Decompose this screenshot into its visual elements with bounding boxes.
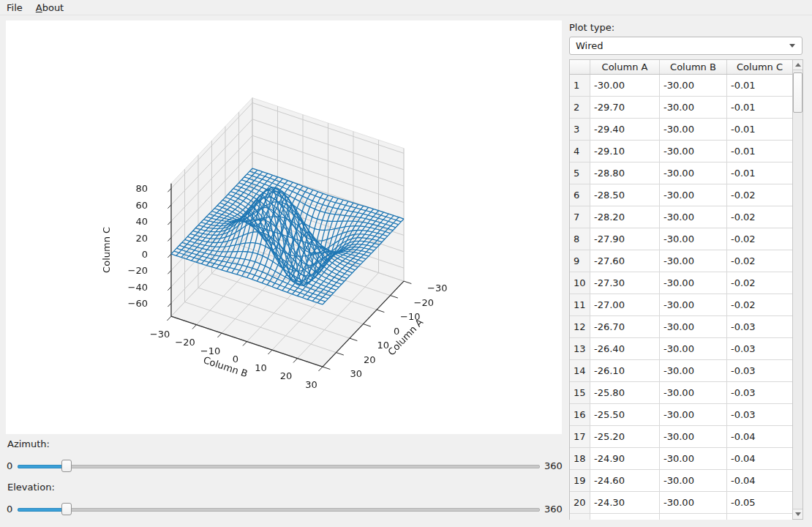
table-cell[interactable]: -0.02: [727, 250, 792, 272]
plot-type-combobox[interactable]: Wired: [569, 37, 802, 55]
table-cell[interactable]: -0.03: [727, 338, 792, 359]
table-cell[interactable]: -26.10: [590, 360, 660, 381]
table-cell[interactable]: -0.01: [727, 97, 792, 118]
row-number-cell[interactable]: 2: [570, 97, 590, 118]
table-cell[interactable]: -30.00: [660, 448, 727, 469]
row-number-cell[interactable]: 14: [570, 360, 590, 381]
table-cell[interactable]: -30.00: [660, 404, 727, 425]
elevation-slider-handle[interactable]: [61, 503, 72, 515]
table-cell[interactable]: -28.50: [590, 184, 660, 206]
azimuth-slider-handle[interactable]: [61, 460, 72, 472]
table-cell[interactable]: -30.00: [660, 119, 727, 140]
table-cell[interactable]: -0.01: [727, 162, 792, 184]
elevation-slider-groove[interactable]: [18, 508, 540, 512]
table-cell[interactable]: -30.00: [660, 184, 727, 206]
table-cell[interactable]: -30.00: [660, 360, 727, 381]
row-number-cell[interactable]: 5: [570, 162, 590, 184]
row-number-cell[interactable]: 6: [570, 184, 590, 206]
azimuth-slider[interactable]: 0 360: [0, 459, 563, 474]
table-cell[interactable]: -0.03: [727, 404, 792, 425]
table-cell[interactable]: -30.00: [660, 141, 727, 162]
table-cell[interactable]: -0.02: [727, 184, 792, 206]
table-cell[interactable]: -29.70: [590, 97, 660, 118]
menu-item-file[interactable]: File: [0, 1, 29, 15]
scrollbar-up-button[interactable]: [793, 60, 802, 70]
row-number-cell[interactable]: 17: [570, 426, 590, 447]
table-cell[interactable]: -29.10: [590, 141, 660, 162]
elevation-slider[interactable]: 0 360: [0, 502, 563, 517]
table-cell[interactable]: -0.05: [727, 492, 792, 513]
table-cell[interactable]: -0.01: [727, 119, 792, 140]
table-cell[interactable]: -0.03: [727, 360, 792, 381]
table-cell[interactable]: -28.80: [590, 162, 660, 184]
table-cell[interactable]: -0.02: [727, 294, 792, 315]
row-number-cell[interactable]: 12: [570, 316, 590, 337]
table-cell[interactable]: -0.02: [727, 272, 792, 294]
table-cell[interactable]: -24.90: [590, 448, 660, 469]
table-cell[interactable]: -24.30: [590, 492, 660, 513]
table-cell[interactable]: -30.00: [660, 272, 727, 294]
table-cell[interactable]: -30.00: [660, 162, 727, 184]
table-cell[interactable]: -0.03: [727, 316, 792, 337]
table-cell[interactable]: -27.30: [590, 272, 660, 294]
row-number-cell[interactable]: 10: [570, 272, 590, 294]
table-cell[interactable]: -30.00: [660, 250, 727, 272]
scrollbar-handle[interactable]: [793, 72, 802, 113]
row-number-cell[interactable]: 9: [570, 250, 590, 272]
table-cell[interactable]: -30.00: [660, 426, 727, 447]
table-cell[interactable]: -0.04: [727, 448, 792, 469]
table-cell[interactable]: -25.20: [590, 426, 660, 447]
table-cell[interactable]: -0.01: [727, 75, 792, 96]
table-cell[interactable]: -0.01: [727, 141, 792, 162]
table-cell[interactable]: -30.00: [660, 97, 727, 118]
table-cell[interactable]: -0.04: [727, 426, 792, 447]
row-number-cell[interactable]: 8: [570, 228, 590, 250]
table-cell[interactable]: -30.00: [660, 294, 727, 315]
table-cell[interactable]: -29.40: [590, 119, 660, 140]
table-cell[interactable]: -30.00: [660, 316, 727, 337]
row-number-cell[interactable]: 15: [570, 382, 590, 403]
table-cell[interactable]: -26.70: [590, 316, 660, 337]
table-vertical-scrollbar[interactable]: [792, 60, 802, 519]
row-number-cell[interactable]: 20: [570, 492, 590, 513]
table-cell[interactable]: -27.00: [590, 294, 660, 315]
table-cell[interactable]: -0.04: [727, 470, 792, 491]
row-number-cell[interactable]: 3: [570, 119, 590, 140]
table-cell[interactable]: -25.50: [590, 404, 660, 425]
column-header[interactable]: Column C: [727, 60, 792, 74]
table-cell[interactable]: -26.40: [590, 338, 660, 359]
table-cell[interactable]: -30.00: [660, 338, 727, 359]
azimuth-max-label: 360: [544, 460, 563, 471]
table-cell[interactable]: -24.60: [590, 470, 660, 491]
table-cell[interactable]: -25.80: [590, 382, 660, 403]
table-cell[interactable]: -30.00: [660, 492, 727, 513]
row-number-cell[interactable]: 1: [570, 75, 590, 96]
row-number-cell[interactable]: 16: [570, 404, 590, 425]
table-row: 1-30.00-30.00-0.01: [570, 75, 802, 97]
table-cell[interactable]: -0.02: [727, 228, 792, 250]
table-cell[interactable]: -30.00: [590, 75, 660, 96]
column-header[interactable]: Column A: [590, 60, 660, 74]
row-number-cell[interactable]: 11: [570, 294, 590, 315]
table-cell[interactable]: -30.00: [660, 228, 727, 250]
table-cell[interactable]: -30.00: [660, 382, 727, 403]
table-row: 4-29.10-30.00-0.01: [570, 141, 802, 162]
scrollbar-down-button[interactable]: [793, 509, 802, 519]
menu-item-about[interactable]: About: [29, 1, 70, 15]
column-header[interactable]: Column B: [660, 60, 727, 74]
table-cell[interactable]: -27.60: [590, 250, 660, 272]
row-number-cell[interactable]: 19: [570, 470, 590, 491]
row-number-cell[interactable]: 7: [570, 206, 590, 228]
row-number-cell[interactable]: 4: [570, 141, 590, 162]
table-corner-header[interactable]: [570, 60, 590, 74]
table-cell[interactable]: -30.00: [660, 206, 727, 228]
table-cell[interactable]: -30.00: [660, 470, 727, 491]
row-number-cell[interactable]: 13: [570, 338, 590, 359]
table-cell[interactable]: -30.00: [660, 75, 727, 96]
table-cell[interactable]: -27.90: [590, 228, 660, 250]
table-cell[interactable]: -0.03: [727, 382, 792, 403]
row-number-cell[interactable]: 18: [570, 448, 590, 469]
azimuth-slider-groove[interactable]: [18, 465, 540, 468]
table-cell[interactable]: -0.02: [727, 206, 792, 228]
table-cell[interactable]: -28.20: [590, 206, 660, 228]
